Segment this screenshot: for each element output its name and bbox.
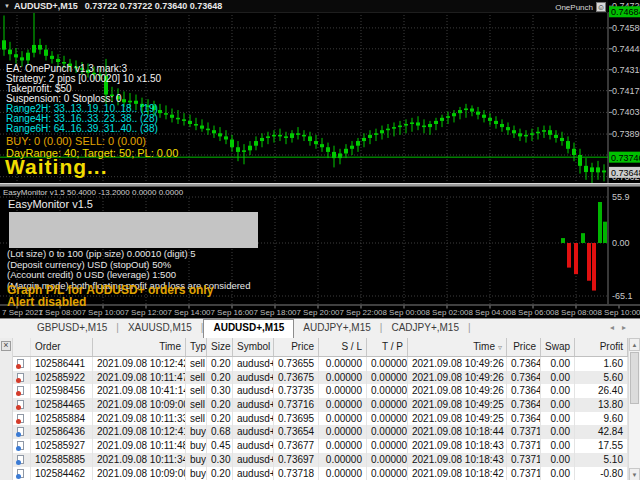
buy-order-icon (17, 455, 24, 464)
buy-order-icon (17, 469, 24, 478)
table-scrollbar[interactable]: ▲ ▼ (628, 338, 640, 480)
column-header-time[interactable]: Time▿ (408, 338, 507, 356)
time-axis-label: 7 Sep 14:00 (167, 308, 211, 317)
scrollbar-thumb[interactable] (630, 352, 639, 404)
time-axis-label: 7 Sep 12:00 (124, 308, 168, 317)
cell-price: 0.73714 (507, 467, 541, 480)
column-header-time[interactable]: Time (93, 338, 186, 356)
cell-tp: 0.00000 (367, 425, 408, 439)
cell-tp: 0.00000 (367, 453, 408, 467)
time-axis-label: 8 Sep 04:00 (468, 308, 512, 317)
cell-time: 2021.09.08 10:12:41 (93, 425, 186, 439)
time-axis-label: 7 Sep 2021 (2, 308, 43, 317)
cell-time: 2021.09.08 10:49:26 (408, 357, 507, 371)
column-header-sl[interactable]: S / L (319, 338, 367, 356)
column-header-symbol[interactable]: Symbol (233, 338, 274, 356)
tab-prev-icon[interactable]: ◂ (610, 323, 622, 332)
cell-symbol: audusd+ (233, 357, 274, 371)
column-header-tp[interactable]: T / P (367, 338, 408, 356)
order-row[interactable]: 1025864362021.09.08 10:12:41buy0.68audus… (13, 425, 628, 439)
column-header-price[interactable]: Price (274, 338, 319, 356)
scroll-up-icon[interactable]: ▲ (629, 338, 640, 351)
cell-time: 2021.09.08 10:49:25 (408, 398, 507, 412)
order-row[interactable]: 1025844622021.09.08 10:09:00buy0.20audus… (13, 467, 628, 480)
cell-symbol: audusd+ (233, 453, 274, 467)
cell-swap: 0.00 (541, 439, 575, 453)
sub-scale-label: -65.1 (612, 291, 633, 301)
easymonitor-info-line: (Account credit) 0 USD (leverage) 1:500 (7, 269, 176, 280)
column-header-size[interactable]: Size (207, 338, 233, 356)
cell-profit: 26.40 (575, 384, 628, 398)
order-row[interactable]: 1025859272021.09.08 10:11:48buy0.45audus… (13, 439, 628, 453)
chart-tab-gbpusd-m15[interactable]: GBPUSD+,M15 (28, 319, 116, 338)
column-header-order[interactable]: Order (31, 338, 93, 356)
cell-time: 2021.09.08 10:49:26 (408, 371, 507, 385)
cell-size: 0.30 (207, 384, 233, 398)
cell-time: 2021.09.08 10:18:44 (408, 425, 507, 439)
ea-smiley-icon[interactable]: ☺ (596, 2, 606, 12)
chart-title-bar[interactable]: ▼AUDUSD+,M150.73722 0.73722 0.73640 0.73… (0, 0, 608, 13)
cell-swap: 0.00 (541, 467, 575, 480)
cell-profit: 1.60 (575, 357, 628, 371)
column-header-swap[interactable]: Swap (541, 338, 575, 356)
cell-time: 2021.09.08 10:18:43 (408, 439, 507, 453)
cell-size: 0.20 (207, 467, 233, 480)
cell-size: 0.20 (207, 371, 233, 385)
cell-swap: 0.00 (541, 384, 575, 398)
price-badge: 0.73648 (611, 168, 640, 178)
cell-price: 0.73716 (507, 439, 541, 453)
order-row[interactable]: 1025864412021.09.08 10:12:42sell0.20audu… (13, 357, 628, 371)
order-row[interactable]: 1025844652021.09.08 10:09:00sell0.20audu… (13, 398, 628, 412)
chart-tab-audusd-m15[interactable]: AUDUSD+,M15 (203, 319, 294, 339)
cell-sl: 0.00000 (319, 398, 367, 412)
terminal-panel: GBPUSD+,M15|XAUUSD,M15|AUDUSD+,M15AUDJPY… (0, 318, 640, 480)
cell-tp: 0.00000 (367, 357, 408, 371)
price-badge: 0.73746 (611, 153, 640, 163)
cell-profit: 5.60 (575, 371, 628, 385)
close-panel-button[interactable]: × (1, 341, 11, 351)
order-row[interactable]: 1025984562021.09.08 10:41:14sell0.30audu… (13, 384, 628, 398)
scroll-down-icon[interactable]: ▼ (629, 468, 640, 480)
time-axis-label: 7 Sep 18:00 (253, 308, 297, 317)
cell-time: 2021.09.08 10:41:14 (93, 384, 186, 398)
time-axis-label: 8 Sep 02:00 (425, 308, 469, 317)
cell-symbol: audusd+ (233, 398, 274, 412)
price-axis-label: 0.74445 (612, 44, 640, 54)
cell-time: 2021.09.08 10:12:42 (93, 357, 186, 371)
ea-name-badge[interactable]: OnePunch☺ (555, 2, 606, 13)
price-badge: 0.74684 (611, 7, 640, 17)
column-header-type[interactable]: Type (186, 338, 207, 356)
chart-tab-audjpy-m15[interactable]: AUDJPY+,M15 (294, 319, 380, 338)
cell-symbol: audusd+ (233, 371, 274, 385)
order-row[interactable]: 1025859222021.09.08 10:11:47sell0.20audu… (13, 371, 628, 385)
cell-type: sell (186, 357, 207, 371)
tab-next-icon[interactable]: ▸ (622, 323, 634, 332)
pane-splitter[interactable] (0, 183, 640, 187)
cell-tp: 0.00000 (367, 439, 408, 453)
cell-time: 2021.09.08 10:11:34 (93, 453, 186, 467)
ea-name-label: OnePunch (555, 3, 593, 12)
cell-price: 0.73677 (274, 439, 319, 453)
cell-type: sell (186, 412, 207, 426)
chart-tab-xauusd-m15[interactable]: XAUUSD,M15 (119, 319, 201, 338)
order-row[interactable]: 1025858842021.09.08 10:11:33sell0.20audu… (13, 412, 628, 426)
cell-time: 2021.09.08 10:09:00 (93, 398, 186, 412)
cell-profit: 5.10 (575, 453, 628, 467)
cell-symbol: audusd+ (233, 439, 274, 453)
cell-sl: 0.00000 (319, 425, 367, 439)
column-header-profit[interactable]: Profit (575, 338, 628, 356)
chart-menu-icon[interactable]: ▼ (4, 0, 10, 12)
cell-order: 102585927 (31, 439, 93, 453)
order-row[interactable]: 1025858852021.09.08 10:11:34buy0.30audus… (13, 453, 628, 467)
cell-profit: 42.84 (575, 425, 628, 439)
cell-order: 102584465 (31, 398, 93, 412)
mt4-terminal-window: 7 Sep 20217 Sep 08:007 Sep 10:007 Sep 12… (0, 0, 640, 480)
cell-sl: 0.00000 (319, 384, 367, 398)
cell-profit: -0.80 (575, 467, 628, 480)
chart-tab-cadjpy-m15[interactable]: CADJPY+,M15 (382, 319, 468, 338)
cell-order: 102598456 (31, 384, 93, 398)
header-icon-spacer (13, 338, 31, 356)
cell-swap: 0.00 (541, 357, 575, 371)
cell-size: 0.30 (207, 453, 233, 467)
column-header-price[interactable]: Price (507, 338, 541, 356)
